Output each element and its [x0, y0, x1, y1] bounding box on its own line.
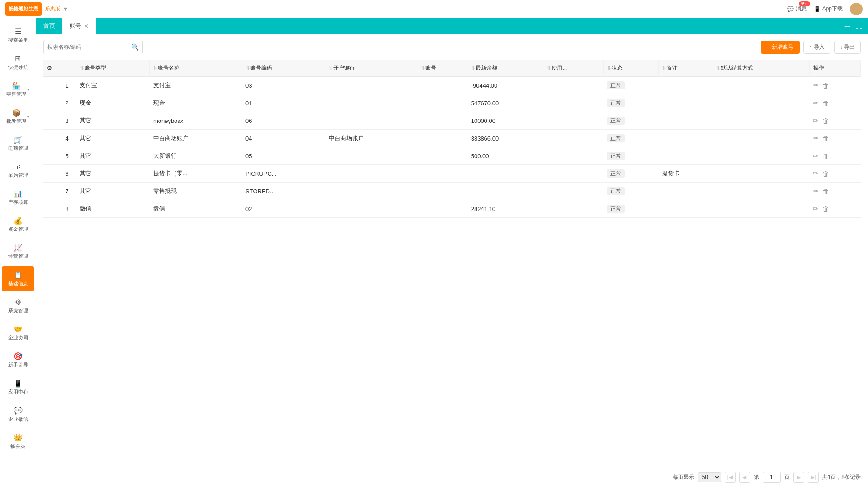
page-next-button[interactable]: ▶	[793, 472, 804, 483]
toolbar: 🔍 + 新增账号 ↑ 导入 ↓ 导出	[43, 40, 861, 54]
page-first-button[interactable]: |◀	[725, 472, 736, 483]
sidebar-item-finance[interactable]: 💰 资金管理	[2, 212, 34, 237]
edit-button[interactable]: ✏	[813, 152, 819, 160]
logo-area: 畅捷通好生意 乐惠版 ▾	[5, 2, 67, 16]
sidebar-item-operations[interactable]: 📈 经营管理	[2, 239, 34, 264]
th-name: ⇅账号名称	[150, 60, 242, 77]
sidebar-item-ecommerce[interactable]: 🛒 电商管理	[2, 131, 34, 156]
purchase-icon: 🛍	[14, 163, 22, 171]
action-buttons: ✏ 🗑	[813, 117, 857, 125]
tab-account-close[interactable]: ✕	[84, 23, 89, 29]
tab-account[interactable]: 账号 ✕	[62, 18, 96, 34]
export-button[interactable]: ↓ 导出	[834, 41, 861, 54]
edit-button[interactable]: ✏	[813, 169, 819, 178]
row-num: 3	[58, 112, 76, 130]
page-size-select[interactable]: 50 100	[698, 472, 721, 482]
edit-button[interactable]: ✏	[813, 134, 819, 142]
row-bank	[325, 77, 417, 94]
row-bank	[325, 165, 417, 183]
search-input[interactable]	[47, 44, 131, 50]
row-settings	[43, 147, 58, 165]
operations-icon: 📈	[14, 244, 23, 252]
sidebar-item-enterprise-agreement[interactable]: 🤝 企业协同	[2, 320, 34, 346]
table-header-row: ⚙ ⇅账号类型 ⇅账号名称 ⇅账号编码 ⇅开户银行 ⇅账号 ⇅最新余额 ⇅使用.…	[43, 60, 861, 77]
add-account-button[interactable]: + 新增账号	[761, 41, 800, 54]
row-bank	[325, 147, 417, 165]
logo-sub: 乐惠版	[45, 5, 60, 12]
message-button[interactable]: 💬 消息 99+	[787, 5, 807, 13]
th-settings: ⚙	[43, 60, 58, 77]
sidebar-item-enterprise-wechat[interactable]: 💬 企业微信	[2, 402, 34, 427]
quick-nav-icon: ⊞	[15, 54, 21, 63]
row-code: 01	[242, 94, 325, 112]
action-buttons: ✏ 🗑	[813, 169, 857, 178]
row-usage	[543, 147, 604, 165]
row-balance: 383866.00	[467, 130, 543, 147]
delete-button[interactable]: 🗑	[822, 117, 829, 125]
message-icon: 💬	[787, 6, 794, 12]
sidebar-item-purchase[interactable]: 🛍 采购管理	[2, 158, 34, 183]
edit-button[interactable]: ✏	[813, 187, 819, 195]
row-account-no	[417, 77, 467, 94]
sidebar-item-app-center[interactable]: 📱 应用中心	[2, 375, 34, 400]
sidebar-item-retail-mgmt[interactable]: 🏪 零售管理 ▾	[2, 77, 34, 102]
inventory-icon: 📊	[14, 189, 23, 198]
action-buttons: ✏ 🗑	[813, 205, 857, 213]
user-avatar[interactable]	[850, 3, 863, 15]
sidebar-item-basic-info[interactable]: 📋 基础信息	[2, 266, 34, 291]
page-last-button[interactable]: ▶|	[808, 472, 819, 483]
sidebar-item-label: 畅会员	[10, 443, 25, 450]
row-note	[658, 77, 712, 94]
search-icon[interactable]: 🔍	[131, 43, 139, 51]
search-menu-icon: ☰	[15, 27, 21, 36]
delete-button[interactable]: 🗑	[822, 135, 829, 142]
row-note	[658, 94, 712, 112]
basic-info-icon: 📋	[14, 271, 23, 279]
row-status: 正常	[603, 183, 658, 200]
sidebar-item-quick-nav[interactable]: ⊞ 快捷导航	[2, 50, 34, 75]
edit-button[interactable]: ✏	[813, 81, 819, 89]
app-download-icon: 📱	[814, 6, 821, 12]
row-name: moneybosx	[150, 112, 242, 130]
sidebar-item-search-menu[interactable]: ☰ 搜索菜单	[2, 23, 34, 48]
settings-icon[interactable]: ⚙	[47, 65, 52, 71]
enterprise-wechat-icon: 💬	[14, 406, 23, 415]
sidebar-item-inventory[interactable]: 📊 库存核算	[2, 185, 34, 210]
row-num: 5	[58, 147, 76, 165]
page-input[interactable]	[763, 472, 781, 483]
delete-button[interactable]: 🗑	[822, 99, 829, 107]
app-download-button[interactable]: 📱 App下载	[814, 5, 843, 13]
delete-button[interactable]: 🗑	[822, 205, 829, 213]
tab-home[interactable]: 首页	[36, 18, 62, 34]
delete-button[interactable]: 🗑	[822, 82, 829, 89]
sidebar-item-system-mgmt[interactable]: ⚙ 系统管理	[2, 293, 34, 319]
tab-expand-button[interactable]: ⛶	[854, 21, 864, 31]
sidebar-item-label: 批发管理	[6, 118, 26, 125]
row-default-payment	[712, 165, 809, 183]
sidebar-item-wholesale-mgmt[interactable]: 📦 批发管理 ▾	[2, 104, 34, 129]
edit-button[interactable]: ✏	[813, 99, 819, 107]
delete-button[interactable]: 🗑	[822, 188, 829, 195]
row-default-payment	[712, 77, 809, 94]
page-prev-button[interactable]: ◀	[739, 472, 750, 483]
row-name: 零售抵现	[150, 183, 242, 200]
row-num: 7	[58, 183, 76, 200]
search-box[interactable]: 🔍	[43, 40, 143, 54]
action-buttons: ✏ 🗑	[813, 152, 857, 160]
row-status: 正常	[603, 112, 658, 130]
sidebar-item-new-guide[interactable]: 🎯 新手引导	[2, 347, 34, 373]
edit-button[interactable]: ✏	[813, 205, 819, 213]
row-account-no	[417, 200, 467, 218]
row-code: PICKUPC...	[242, 165, 325, 183]
row-name: 现金	[150, 94, 242, 112]
import-button[interactable]: ↑ 导入	[803, 41, 830, 54]
delete-button[interactable]: 🗑	[822, 152, 829, 160]
dropdown-icon[interactable]: ▾	[64, 5, 67, 13]
delete-button[interactable]: 🗑	[822, 170, 829, 178]
row-note	[658, 130, 712, 147]
sidebar-item-vip[interactable]: 👑 畅会员	[2, 429, 34, 454]
row-status: 正常	[603, 130, 658, 147]
tab-minimize-button[interactable]: ─	[843, 21, 852, 31]
edit-button[interactable]: ✏	[813, 117, 819, 125]
row-bank: 中百商场账户	[325, 130, 417, 147]
